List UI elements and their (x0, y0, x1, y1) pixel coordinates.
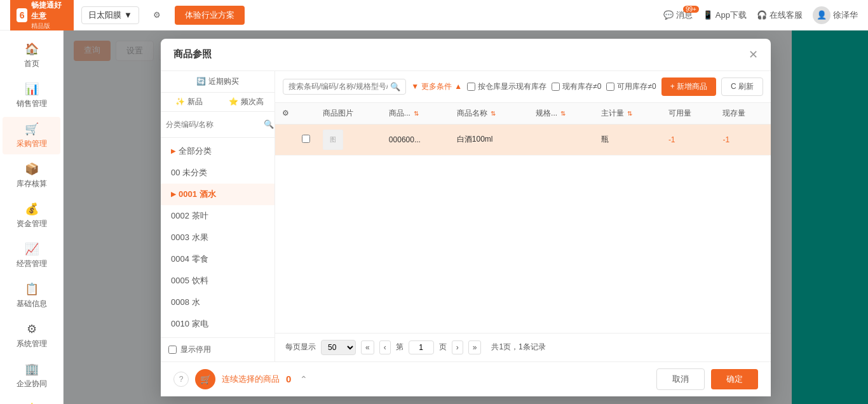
sidebar-item-operation[interactable]: 📈 经营管理 (3, 237, 60, 274)
col-available: 可用量 (662, 103, 717, 125)
page-number-input[interactable] (409, 340, 434, 354)
category-item-uncategorized[interactable]: 00 未分类 (161, 162, 275, 184)
confirm-button[interactable]: 确定 (711, 369, 758, 389)
col-spec[interactable]: 规格... ⇅ (529, 103, 595, 125)
first-page-button[interactable]: « (361, 340, 374, 354)
category-item-tea[interactable]: 0002 茶叶 (161, 205, 275, 227)
category-tabs-2: ✨ 新品 ⭐ 频次高 (161, 93, 275, 112)
table-row[interactable]: 图 000600... 白酒100ml 瓶 -1 -1 (275, 124, 771, 155)
enterprise-icon: 🏢 (25, 362, 39, 376)
sort-code-icon: ⇅ (414, 110, 419, 117)
prev-page-button[interactable]: ‹ (379, 340, 391, 354)
sidebar-item-system[interactable]: ⚙ 系统管理 (3, 317, 60, 354)
main-layout: 🏠 首页 📊 销售管理 🛒 采购管理 📦 库存核算 💰 资金管理 📈 经营管理 … (0, 30, 868, 404)
row-checkbox[interactable] (295, 124, 316, 155)
page-total: 共1页，1条记录 (491, 342, 545, 353)
purchase-icon: 🛒 (25, 122, 39, 136)
sidebar-item-basic[interactable]: 📋 基础信息 (3, 277, 60, 314)
sidebar-item-enterprise[interactable]: 🏢 企业协同 (3, 357, 60, 394)
search-icon[interactable]: 🔍 (264, 119, 274, 129)
available-stock-checkbox[interactable] (552, 83, 560, 91)
filter-button[interactable]: ▼ 更多条件 ▲ (411, 81, 462, 92)
tab-recent[interactable]: 🔄 近期购买 (161, 71, 275, 92)
row-name: 白酒100ml (451, 124, 529, 155)
sidebar-item-guide[interactable]: 🌟 新手引导 (3, 397, 60, 404)
col-checkbox (295, 103, 316, 125)
show-disabled-label: 显示停用 (180, 344, 211, 355)
row-select-checkbox[interactable] (302, 135, 310, 143)
sidebar: 🏠 首页 📊 销售管理 🛒 采购管理 📦 库存核算 💰 资金管理 📈 经营管理 … (0, 30, 64, 404)
add-product-button[interactable]: + 新增商品 (661, 77, 716, 96)
warehouse-stock-checkbox[interactable] (467, 83, 475, 91)
experience-button[interactable]: 体验行业方案 (175, 6, 245, 25)
category-item-drinks[interactable]: 0005 饮料 (161, 270, 275, 292)
sidebar-item-label: 基础信息 (17, 299, 47, 309)
filter-up-icon: ▲ (454, 82, 462, 91)
per-page-select[interactable]: 50 10 20 100 (321, 340, 356, 355)
category-list: ▶ 全部分类 00 未分类 ▶ 0001 酒水 0002 茶 (161, 138, 275, 337)
checkbox-usable-stock[interactable]: 可用库存≠0 (606, 81, 656, 92)
app-download-button[interactable]: 📱 App下载 (703, 10, 747, 21)
sidebar-item-finance[interactable]: 💰 资金管理 (3, 197, 60, 234)
sidebar-item-purchase[interactable]: 🛒 采购管理 (3, 117, 60, 154)
modal-close-button[interactable]: ✕ (749, 48, 758, 62)
next-page-button[interactable]: › (452, 340, 463, 354)
modal-footer: ? 🛒 连续选择的商品 0 ⌃ 取消 确定 (161, 361, 771, 396)
main-content: 查询 设置 刷新 商品参照 ✕ (64, 30, 868, 404)
selected-products-label: 连续选择的商品 (222, 374, 280, 385)
row-available: -1 (662, 124, 717, 155)
online-service-button[interactable]: 🎧 在线客服 (757, 10, 803, 21)
recent-icon: 🔄 (196, 77, 206, 86)
row-image: 图 (316, 124, 383, 155)
sidebar-item-inventory[interactable]: 📦 库存核算 (3, 157, 60, 194)
product-table-container: ⚙ 商品图片 商品... ⇅ 商品名称 (275, 103, 771, 333)
product-search-box: 🔍 (283, 79, 406, 95)
checkbox-available-stock[interactable]: 现有库存≠0 (552, 81, 601, 92)
modal-header: 商品参照 ✕ (161, 39, 771, 71)
modal-title: 商品参照 (173, 48, 212, 60)
sidebar-item-sales[interactable]: 📊 销售管理 (3, 77, 60, 114)
settings-icon[interactable]: ⚙ (147, 5, 167, 25)
category-search-input[interactable] (166, 120, 261, 129)
show-disabled-checkbox[interactable] (168, 346, 177, 354)
category-item-snacks[interactable]: 0004 零食 (161, 248, 275, 270)
sort-unit-icon: ⇅ (627, 110, 632, 117)
collapse-up-icon[interactable]: ⌃ (300, 374, 308, 384)
sidebar-item-label: 库存核算 (17, 178, 47, 189)
store-selector[interactable]: 日太阳膜 ▼ (81, 6, 139, 24)
category-item-all[interactable]: ▶ 全部分类 (161, 140, 275, 162)
category-item-fruit[interactable]: 0003 水果 (161, 227, 275, 248)
avatar: 👤 (813, 6, 831, 24)
checkbox-warehouse-stock[interactable]: 按仓库显示现有库存 (467, 81, 546, 92)
category-item-appliance[interactable]: 0010 家电 (161, 313, 275, 335)
product-panel: 🔍 ▼ 更多条件 ▲ 按仓库显示现有库存 (275, 71, 771, 361)
help-button[interactable]: ? (173, 372, 189, 387)
per-page-label: 每页显示 (285, 342, 316, 353)
user-menu[interactable]: 👤 徐泽华 (813, 6, 858, 24)
product-search-input[interactable] (288, 82, 388, 91)
sort-name-icon: ⇅ (491, 110, 496, 117)
search-icon[interactable]: 🔍 (390, 82, 400, 91)
basic-icon: 📋 (25, 282, 39, 296)
tab-frequent[interactable]: ⭐ 频次高 (218, 93, 275, 111)
col-name[interactable]: 商品名称 ⇅ (451, 103, 529, 125)
cart-icon: 🛒 (200, 374, 211, 384)
messages-button[interactable]: 💬 消息 99+ (663, 10, 693, 21)
usable-stock-checkbox[interactable] (606, 83, 614, 91)
new-icon: ✨ (175, 97, 185, 106)
sidebar-item-label: 企业协同 (17, 379, 47, 389)
col-unit[interactable]: 主计量 ⇅ (595, 103, 662, 125)
refresh-button[interactable]: C 刷新 (721, 77, 763, 96)
row-stock: -1 (716, 124, 771, 155)
active-arrow-icon: ▶ (171, 191, 176, 198)
cancel-button[interactable]: 取消 (656, 368, 705, 390)
category-item-water[interactable]: 0008 水 (161, 292, 275, 313)
category-item-liquor[interactable]: ▶ 0001 酒水 (161, 184, 275, 205)
cart-button[interactable]: 🛒 (195, 369, 215, 389)
sidebar-item-home[interactable]: 🏠 首页 (3, 37, 60, 74)
last-page-button[interactable]: » (468, 340, 482, 354)
col-code[interactable]: 商品... ⇅ (383, 103, 451, 125)
sales-icon: 📊 (25, 82, 39, 96)
logo-icon: 6 (17, 8, 27, 22)
tab-new[interactable]: ✨ 新品 (161, 93, 218, 111)
